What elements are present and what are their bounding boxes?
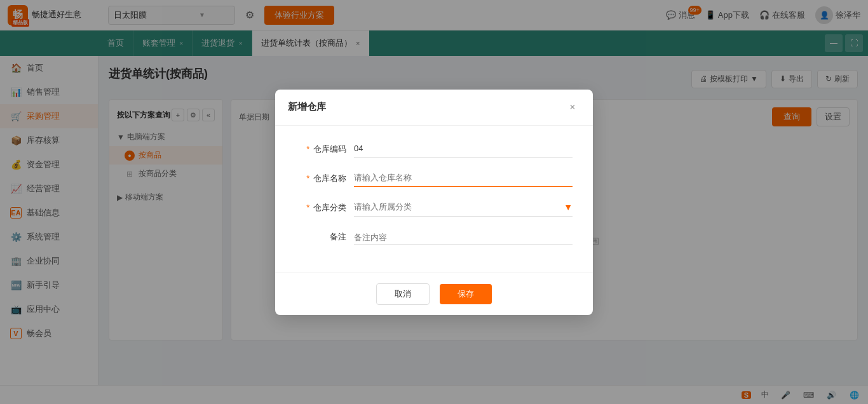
modal-close-button[interactable]: × <box>565 100 580 115</box>
modal-backdrop[interactable]: 新增仓库 × * 仓库编码 * 仓库名称 <box>0 0 868 404</box>
warehouse-code-input[interactable] <box>354 141 573 158</box>
add-warehouse-modal: 新增仓库 × * 仓库编码 * 仓库名称 <box>275 90 593 315</box>
form-label-code: * 仓库编码 <box>295 144 346 155</box>
form-row-note: 备注 <box>295 229 573 245</box>
form-row-category: * 仓库分类 ▼ <box>295 199 573 217</box>
warehouse-name-input[interactable] <box>354 170 573 187</box>
form-label-category: * 仓库分类 <box>295 202 346 213</box>
save-button[interactable]: 保存 <box>440 284 492 304</box>
form-label-note: 备注 <box>295 231 346 243</box>
cancel-button[interactable]: 取消 <box>376 283 430 305</box>
modal-header: 新增仓库 × <box>275 90 593 126</box>
form-row-code: * 仓库编码 <box>295 141 573 158</box>
form-label-name: * 仓库名称 <box>295 173 346 184</box>
warehouse-note-input[interactable] <box>354 229 573 245</box>
modal-title: 新增仓库 <box>288 101 326 113</box>
category-chevron-icon: ▼ <box>564 202 573 212</box>
category-select-row[interactable]: ▼ <box>354 199 573 217</box>
form-row-name: * 仓库名称 <box>295 170 573 187</box>
modal-footer: 取消 保存 <box>275 273 593 315</box>
warehouse-category-input[interactable] <box>354 202 564 212</box>
modal-body: * 仓库编码 * 仓库名称 * 仓库分类 <box>275 126 593 273</box>
